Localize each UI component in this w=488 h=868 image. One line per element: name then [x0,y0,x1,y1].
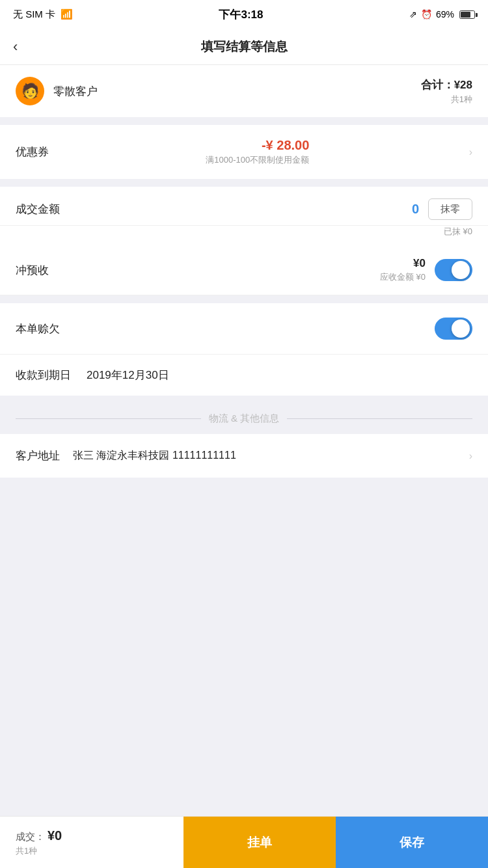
coupon-value: -¥ 28.00 [206,138,309,153]
prepay-amount: ¥0 应收金额 ¥0 [380,257,426,283]
prepay-toggle[interactable] [435,259,472,281]
transaction-section: 成交金额 0 抹零 已抹 ¥0 冲预收 ¥0 应收金额 ¥0 [0,187,488,295]
prepay-sub: 应收金额 ¥0 [380,271,426,283]
total-count: 共1种 [421,94,472,105]
transaction-row: 成交金额 0 抹零 [0,187,488,226]
prepay-right: ¥0 应收金额 ¥0 [380,257,472,283]
address-row[interactable]: 客户地址 张三 海淀永丰科技园 11111111111 › [0,434,488,478]
prepay-row: 冲预收 ¥0 应收金额 ¥0 [0,245,488,295]
status-right: ⇗ ⏰ 69% [409,9,475,20]
transaction-top: 成交金额 0 抹零 [16,198,472,220]
coupon-row[interactable]: 优惠券 -¥ 28.00 满1000-100不限制使用金额 › [0,125,488,179]
customer-name: 零散客户 [53,84,98,99]
logistics-label: 物流 & 其他信息 [209,413,279,425]
footer-summary: 成交： ¥0 共1种 [0,828,183,857]
battery-icon [459,10,475,19]
address-chevron-icon: › [469,450,472,462]
logistics-line-left [16,418,201,419]
debt-toggle[interactable] [435,318,472,340]
customer-row: 🧑 零散客户 合计：¥28 共1种 [0,65,488,117]
coupon-detail: -¥ 28.00 满1000-100不限制使用金额 [206,138,309,166]
status-time: 下午3:18 [219,7,263,22]
battery-percentage: 69% [436,9,454,20]
prepay-value: ¥0 [380,257,426,270]
alarm-icon: ⏰ [421,9,432,20]
logistics-line-right [287,418,472,419]
prepay-label: 冲预收 [16,263,49,278]
prepay-top: 冲预收 ¥0 应收金额 ¥0 [16,257,472,283]
customer-info: 🧑 零散客户 [16,77,98,105]
coupon-desc: 满1000-100不限制使用金额 [206,154,309,166]
total-amount: 合计：¥28 [421,77,472,92]
due-date-label: 收款到期日 [16,368,71,383]
main-content: 🧑 零散客户 合计：¥28 共1种 优惠券 -¥ 28.00 满1000-100… [0,65,488,544]
due-date-value: 2019年12月30日 [87,368,169,383]
due-date-row: 收款到期日 2019年12月30日 [0,354,488,396]
hold-button[interactable]: 挂单 [183,817,336,868]
customer-total: 合计：¥28 共1种 [421,77,472,105]
nav-bar: ‹ 填写结算等信息 [0,29,488,65]
page-title: 填写结算等信息 [201,38,288,55]
bottom-footer: 成交： ¥0 共1种 挂单 保存 [0,816,488,868]
toggle-knob [452,261,470,279]
avatar-icon: 🧑 [21,83,39,100]
footer-deal-value: ¥0 [47,828,62,843]
round-button[interactable]: 抹零 [428,198,472,220]
debt-section: 本单赊欠 收款到期日 2019年12月30日 [0,303,488,396]
logistics-header: 物流 & 其他信息 [0,403,488,434]
footer-deal-label: 成交： [16,831,45,843]
transaction-label: 成交金额 [16,202,60,217]
status-bar: 无 SIM 卡 📶 下午3:18 ⇗ ⏰ 69% [0,0,488,29]
footer-count: 共1种 [16,845,168,857]
avatar: 🧑 [16,77,44,105]
debt-row: 本单赊欠 [0,303,488,354]
footer-deal-row: 成交： ¥0 [16,828,168,843]
location-icon: ⇗ [409,9,417,20]
transaction-right: 0 抹零 [400,198,472,220]
address-label: 客户地址 [16,448,60,463]
address-section[interactable]: 客户地址 张三 海淀永丰科技园 11111111111 › [0,434,488,478]
wifi-icon: 📶 [61,8,73,20]
carrier-text: 无 SIM 卡 [13,8,55,21]
customer-section: 🧑 零散客户 合计：¥28 共1种 [0,65,488,117]
status-carrier: 无 SIM 卡 📶 [13,8,73,21]
already-rounded-text: 已抹 ¥0 [0,226,488,245]
transaction-value: 0 [400,202,419,217]
save-button[interactable]: 保存 [336,817,488,868]
chevron-right-icon: › [469,146,472,158]
debt-label: 本单赊欠 [16,321,60,336]
coupon-label: 优惠券 [16,144,49,159]
address-value: 张三 海淀永丰科技园 11111111111 [73,449,469,463]
coupon-section[interactable]: 优惠券 -¥ 28.00 满1000-100不限制使用金额 › [0,125,488,179]
back-button[interactable]: ‹ [13,38,18,55]
debt-toggle-knob [452,319,470,338]
